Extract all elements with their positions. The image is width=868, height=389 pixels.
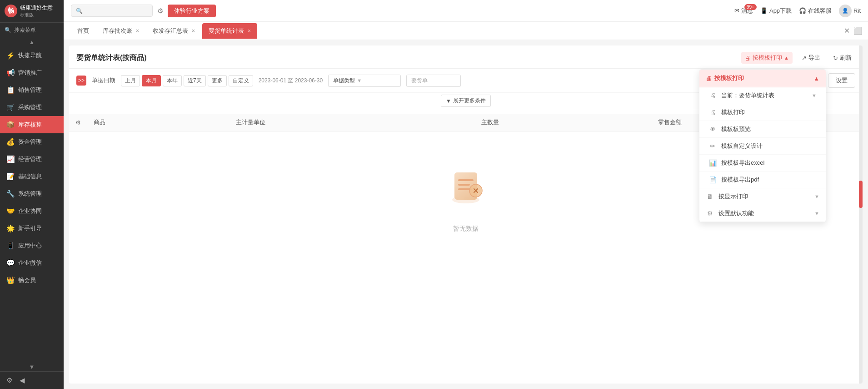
sidebar-item-guide[interactable]: 🌟 新手引导: [0, 220, 64, 237]
dropdown-item-template-design[interactable]: ✏ 模板自定义设计: [699, 138, 826, 155]
main-area: 🔍 ⚙ 体验行业方案 ✉ 消息 99+ 📱 App下载 🎧 在线客服 �: [64, 0, 868, 389]
filter-expand-btn[interactable]: >>: [76, 76, 86, 86]
col-unit: 主计量单位: [229, 114, 475, 131]
app-name: 畅康通好生意 标准版: [20, 5, 53, 18]
footer-settings-icon[interactable]: ⚙: [6, 376, 12, 384]
topbar: 🔍 ⚙ 体验行业方案 ✉ 消息 99+ 📱 App下载 🎧 在线客服 �: [64, 0, 868, 22]
purchase-icon: 🛒: [6, 103, 15, 111]
dropdown-section-display-print[interactable]: 🖥 按显示打印 ▼: [699, 188, 826, 205]
dropdown-header-right: ▲: [813, 75, 819, 82]
date-btn-this-month[interactable]: 本月: [142, 75, 161, 86]
sidebar-scroll-down[interactable]: ▼: [0, 362, 64, 371]
svg-rect-3: [458, 179, 474, 181]
print-template-btn[interactable]: 🖨 按模板打印 ▲: [741, 52, 793, 64]
sidebar-item-member[interactable]: 👑 畅会员: [0, 272, 64, 289]
trial-btn[interactable]: 体验行业方案: [168, 5, 216, 17]
template-design-icon: ✏: [708, 142, 717, 150]
sidebar-scroll-up[interactable]: ▲: [0, 38, 64, 47]
quick-nav-icon: ⚡: [6, 51, 15, 60]
topbar-gear-icon[interactable]: ⚙: [157, 7, 163, 15]
maximize-window-btn[interactable]: ⬜: [853, 26, 863, 35]
col-goods: 商品: [87, 114, 229, 131]
date-btn-more[interactable]: 更多: [208, 75, 227, 86]
template-print-icon: 🖨: [708, 109, 717, 116]
sidebar-item-operations[interactable]: 📈 经营管理: [0, 151, 64, 168]
date-btn-7days[interactable]: 近7天: [184, 75, 206, 86]
tab-collection-summary[interactable]: 收发存汇总表 ×: [146, 23, 201, 39]
col-settings[interactable]: ⚙: [69, 114, 87, 131]
app-download-btn[interactable]: 📱 App下载: [760, 7, 792, 15]
date-range-display: 2023-06-01 至 2023-06-30: [259, 77, 323, 85]
sidebar-logo: 畅 畅康通好生意 标准版: [0, 0, 64, 23]
template-preview-icon: 👁: [708, 126, 717, 133]
app-logo-icon: 畅: [5, 5, 17, 17]
user-avatar[interactable]: 👤 Rit: [839, 5, 861, 17]
dropdown-collapse-icon[interactable]: ▲: [813, 75, 819, 82]
page-title: 要货单统计表(按商品): [76, 53, 147, 63]
close-window-btn[interactable]: ✕: [844, 26, 850, 35]
print-dropdown-arrow: ▲: [784, 55, 789, 61]
search-menu-item[interactable]: 🔍 搜索菜单: [0, 23, 64, 38]
content-area: 要货单统计表(按商品) 🖨 按模板打印 ▲ ↗ 导出 ↻ 刷新: [64, 40, 868, 389]
set-default-chevron-icon: ▼: [814, 211, 819, 216]
display-print-icon: 🖥: [706, 193, 714, 200]
display-print-chevron-icon: ▼: [814, 194, 819, 199]
export-icon: ↗: [802, 55, 807, 61]
marketing-icon: 📢: [6, 69, 15, 77]
dropdown-item-export-excel[interactable]: 📊 按模板导出excel: [699, 155, 826, 172]
dropdown-item-template-preview[interactable]: 👁 模板板预览: [699, 121, 826, 138]
dropdown-current-icon: 🖨: [708, 92, 717, 99]
sidebar-item-wechat[interactable]: 💬 企业微信: [0, 254, 64, 272]
col-quantity: 主数量: [475, 114, 652, 131]
messages-btn[interactable]: ✉ 消息 99+: [734, 7, 753, 15]
sidebar-item-marketing[interactable]: 📢 营销推广: [0, 64, 64, 81]
member-icon: 👑: [6, 276, 15, 284]
topbar-search-box[interactable]: 🔍: [71, 5, 153, 17]
right-scrollbar[interactable]: [859, 45, 863, 384]
expand-more-btn[interactable]: ▼ 展开更多条件: [441, 95, 491, 107]
dropdown-section-set-default[interactable]: ⚙ 设置默认功能 ▼: [699, 205, 826, 222]
messages-icon: ✉: [734, 7, 739, 14]
export-btn[interactable]: ↗ 导出: [798, 52, 824, 64]
tab-inventory-batch[interactable]: 库存批次账 ×: [96, 23, 145, 39]
dropdown-item-export-pdf[interactable]: 📄 按模板导出pdf: [699, 172, 826, 188]
goods-filter-input[interactable]: 要货单: [406, 75, 461, 87]
tab-order-statistics[interactable]: 要货单统计表 ×: [202, 23, 257, 39]
online-service-btn[interactable]: 🎧 在线客服: [799, 7, 832, 15]
tab-window-controls: ✕ ⬜: [844, 26, 868, 35]
refresh-btn[interactable]: ↻ 刷新: [829, 52, 855, 64]
page-header: 要货单统计表(按商品) 🖨 按模板打印 ▲ ↗ 导出 ↻ 刷新: [69, 45, 863, 69]
sidebar-item-quick-nav[interactable]: ⚡ 快捷导航: [0, 47, 64, 64]
table-settings-icon: ⚙: [75, 119, 81, 126]
sidebar-item-purchase[interactable]: 🛒 采购管理: [0, 99, 64, 116]
dropdown-header-left: 🖨 按模板打印: [706, 74, 744, 82]
sidebar-item-enterprise[interactable]: 🤝 企业协同: [0, 202, 64, 220]
sidebar-item-system[interactable]: 🔧 系统管理: [0, 185, 64, 202]
tab-close-collection-summary[interactable]: ×: [192, 28, 195, 34]
sidebar-item-inventory[interactable]: 📦 库存核算: [0, 116, 64, 133]
date-buttons: 上月 本月 本年 近7天 更多 自定义: [121, 75, 253, 86]
sidebar-item-finance[interactable]: 💰 资金管理: [0, 133, 64, 151]
system-icon: 🔧: [6, 190, 15, 198]
dropdown-current-template[interactable]: 🖨 当前：要货单统计表 ▼: [699, 87, 826, 104]
current-chevron-icon: ▼: [812, 93, 817, 98]
date-btn-this-year[interactable]: 本年: [163, 75, 182, 86]
tab-close-inventory-batch[interactable]: ×: [136, 28, 139, 34]
page-actions: 🖨 按模板打印 ▲ ↗ 导出 ↻ 刷新: [741, 52, 855, 64]
footer-collapse-icon[interactable]: ◀: [20, 376, 25, 384]
dropdown-header[interactable]: 🖨 按模板打印 ▲: [699, 70, 826, 87]
sidebar-item-app-center[interactable]: 📱 应用中心: [0, 237, 64, 254]
date-btn-custom[interactable]: 自定义: [229, 75, 253, 86]
empty-icon: [443, 163, 489, 217]
filter-settings-btn[interactable]: 设置: [828, 73, 855, 88]
sidebar-item-basic-info[interactable]: 📝 基础信息: [0, 168, 64, 185]
print-dropdown-menu: 🖨 按模板打印 ▲ 🖨 当前：要货单统计表 ▼ 🖨 模板打印: [699, 69, 826, 222]
tab-home[interactable]: 首页: [71, 23, 95, 39]
date-label: 单据日期: [92, 76, 115, 85]
date-btn-last-month[interactable]: 上月: [121, 75, 140, 86]
tab-close-order-statistics[interactable]: ×: [248, 28, 251, 34]
dropdown-item-template-print[interactable]: 🖨 模板打印: [699, 104, 826, 121]
sidebar-item-sales[interactable]: 📋 销售管理: [0, 81, 64, 99]
order-type-select[interactable]: 单据类型 ▼: [328, 75, 401, 87]
empty-text: 暂无数据: [453, 225, 479, 233]
